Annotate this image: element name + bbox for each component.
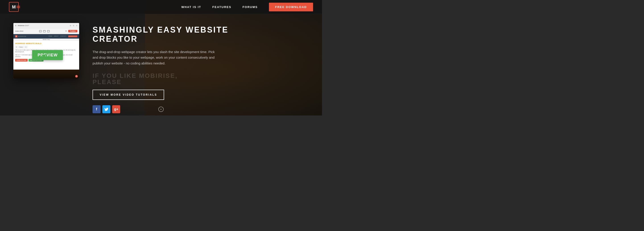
desktop-view-icon[interactable] — [47, 30, 50, 32]
titlebar-controls — [70, 25, 78, 26]
app-hero-title: MOBIRISE WEBSITE BUILD — [15, 42, 78, 45]
hero-heading-line2: CREATOR — [92, 34, 138, 44]
facebook-button[interactable]: f — [92, 105, 100, 113]
app-screenshot-container: ≡ Mobirise 2.8.7 index.html — [14, 23, 79, 78]
brand-logo: M — [9, 2, 19, 12]
video-tutorials-button[interactable]: VIEW MORE VIDEO TUTORIALS — [92, 90, 164, 100]
nav-item-what-is-it[interactable]: WHAT IS IT — [181, 5, 201, 9]
svg-rect-1 — [43, 30, 46, 32]
brand-letter: M — [12, 4, 16, 10]
main-content: ≡ Mobirise 2.8.7 index.html — [0, 14, 322, 116]
tablet-view-icon[interactable] — [43, 30, 46, 32]
publish-button[interactable]: Publish — [68, 30, 78, 32]
app-windows-btn: FOR WINDOWS & MAC — [28, 59, 44, 62]
app-titlebar: ≡ Mobirise 2.8.7 — [14, 23, 79, 28]
text-tool-font[interactable]: Roboto — [18, 46, 24, 48]
inner-nav-home: HOME — [48, 36, 52, 37]
faded-text: IF YOU LIKE MOBIRISE, PLEASE — [92, 73, 231, 85]
svg-rect-0 — [40, 30, 41, 32]
titlebar-dot-2 — [73, 25, 74, 26]
app-title: Mobirise 2.8.7 — [18, 24, 29, 26]
app-inner-nav: M MOBIRISE HOME ABOUT CONTACT DOWNLOAD — [14, 34, 79, 38]
inner-logo: M MOBIRISE — [15, 35, 26, 38]
scroll-down-icon: ▼ — [158, 106, 164, 112]
brand: M — [9, 2, 19, 12]
text-tool-bold[interactable]: B — [15, 46, 18, 48]
app-body: MOBIRISE WEBSITE BUILD B Roboto 21 Click… — [14, 40, 79, 70]
titlebar-dot-1 — [70, 25, 71, 26]
nav-item-forums[interactable]: FORUMS — [242, 5, 258, 9]
inner-brand-name: MOBIRISE — [18, 36, 26, 37]
svg-rect-2 — [47, 30, 50, 32]
inner-nav-contact: CONTACT — [60, 36, 66, 37]
app-body-text-1: Click any text to edit or style it. Clic… — [15, 49, 78, 52]
app-window: ≡ Mobirise 2.8.7 index.html — [14, 23, 79, 78]
mobile-view-icon[interactable] — [39, 30, 42, 32]
navbar: M WHAT IS IT FEATURES FORUMS FREE DOWNLO… — [0, 0, 322, 14]
nav-link-what-is-it[interactable]: WHAT IS IT — [181, 5, 201, 9]
inner-nav-links: HOME ABOUT CONTACT DOWNLOAD — [48, 36, 78, 37]
inner-cta-btn: DOWNLOAD — [68, 36, 78, 37]
app-bottom-section: + — [14, 70, 79, 78]
toolbar-device-icons — [39, 30, 50, 32]
app-toolbar: index.html 👁 Publish — [14, 28, 79, 34]
hero-description: The drag-and-drop webpage creator lets y… — [92, 49, 218, 66]
app-body-text-2: Click red "+" in the bottom right corner… — [15, 54, 78, 58]
eye-icon: 👁 — [65, 30, 67, 32]
hero-content: SMASHINGLY EASY WEBSITE CREATOR The drag… — [92, 21, 231, 113]
mobile-view-badge: Mobile View — [14, 38, 79, 40]
app-download-btn: DOWNLOAD NOW — [15, 59, 28, 62]
scroll-down-arrow[interactable]: ▼ — [158, 106, 164, 112]
hero-heading: SMASHINGLY EASY WEBSITE CREATOR — [92, 25, 231, 44]
nav-link-features[interactable]: FEATURES — [212, 5, 231, 9]
titlebar-dot-3 — [76, 25, 78, 26]
text-tools: B Roboto 21 — [15, 46, 78, 48]
file-name: index.html — [15, 30, 23, 32]
text-tool-size[interactable]: 21 — [24, 46, 28, 48]
faded-text-line1: IF YOU LIKE MOBIRISE, — [92, 73, 231, 79]
faded-text-line2: PLEASE — [92, 79, 231, 85]
nav-item-features[interactable]: FEATURES — [212, 5, 231, 9]
inner-nav-about: ABOUT — [54, 36, 59, 37]
free-download-button[interactable]: FREE DOWNLOAD — [269, 3, 313, 11]
hero-heading-line1: SMASHINGLY EASY WEBSITE — [92, 25, 228, 34]
twitter-button[interactable] — [102, 105, 110, 113]
nav-menu: WHAT IS IT FEATURES FORUMS FREE DOWNLOAD — [181, 3, 313, 11]
googleplus-button[interactable]: g+ — [112, 105, 120, 113]
twitter-icon — [104, 108, 108, 111]
app-cta-buttons: DOWNLOAD NOW FOR WINDOWS & MAC — [15, 59, 78, 62]
menu-icon: ≡ — [15, 24, 16, 27]
inner-logo-box: M — [15, 35, 18, 38]
toolbar-right: 👁 Publish — [65, 30, 78, 32]
add-block-btn[interactable]: + — [75, 75, 78, 78]
nav-link-forums[interactable]: FORUMS — [242, 5, 258, 9]
